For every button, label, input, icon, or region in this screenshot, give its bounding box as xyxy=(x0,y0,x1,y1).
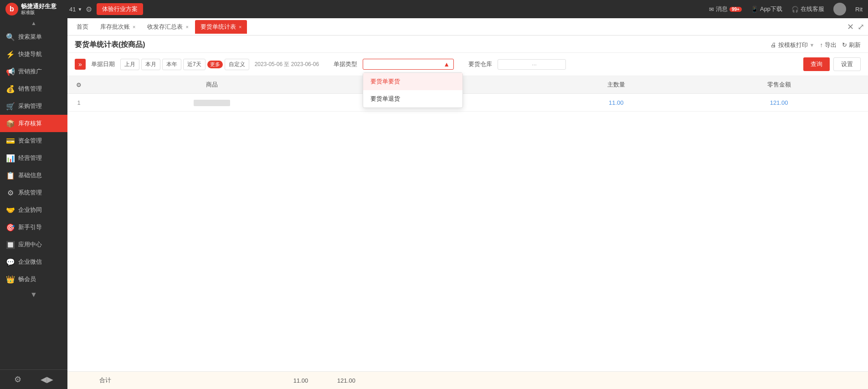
prev-month-btn[interactable]: 上月 xyxy=(120,59,139,70)
current-month-btn[interactable]: 本月 xyxy=(141,59,160,70)
chevron-down-icon: ▼ xyxy=(810,42,815,48)
col-product: 商品 xyxy=(90,76,334,94)
sidebar-item-enterprise[interactable]: 🤝 企业协同 xyxy=(0,201,67,219)
sidebar-settings-icon[interactable]: ⚙ xyxy=(14,374,21,384)
dropdown-item-return[interactable]: 要货单退货 xyxy=(363,90,462,107)
tab-expand-icon[interactable]: ⤢ xyxy=(858,22,864,32)
sidebar-item-finance[interactable]: 💳 资金管理 xyxy=(0,132,67,149)
enterprise-icon: 🤝 xyxy=(6,206,15,214)
gear-icon[interactable]: ⚙ xyxy=(86,5,92,14)
sidebar-item-label: 应用中心 xyxy=(18,241,42,249)
edition: 标准版 xyxy=(21,10,56,15)
main-layout: ▲ 🔍 搜索菜单 ⚡ 快捷导航 📢 营销推广 💰 销售管理 🛒 采购管理 📦 库… xyxy=(0,18,868,389)
user-avatar[interactable] xyxy=(833,3,846,15)
print-template-btn[interactable]: 🖨 按模板打印 ▼ xyxy=(770,41,815,49)
sidebar: ▲ 🔍 搜索菜单 ⚡ 快捷导航 📢 营销推广 💰 销售管理 🛒 采购管理 📦 库… xyxy=(0,18,67,389)
sidebar-scroll-down[interactable]: ▼ xyxy=(0,288,67,302)
date-buttons: 上月 本月 本年 近7天 更多 自定义 xyxy=(120,59,249,70)
sidebar-item-quick-nav[interactable]: ⚡ 快捷导航 xyxy=(0,46,67,63)
message-btn[interactable]: ✉ 消息 99+ xyxy=(709,5,742,13)
tab-home[interactable]: 首页 xyxy=(71,20,94,34)
amount-link[interactable]: 121.00 xyxy=(770,99,788,106)
current-year-btn[interactable]: 本年 xyxy=(162,59,181,70)
table-header-row: ⚙ 商品 主计量单位 主数量 零 xyxy=(67,76,868,94)
sidebar-item-label: 系统管理 xyxy=(18,189,42,197)
finance-icon: 💳 xyxy=(6,137,15,145)
tab-bar-right: ✕ ⤢ xyxy=(847,22,864,32)
sidebar-item-sales[interactable]: 💰 销售管理 xyxy=(0,80,67,97)
store-selector[interactable]: 41 ▼ xyxy=(69,6,82,13)
type-select-wrapper: ▲ 要货单要货 要货单退货 xyxy=(363,59,454,70)
col-quantity-label: 主数量 xyxy=(607,81,625,88)
message-icon: ✉ xyxy=(709,6,714,13)
refresh-btn[interactable]: ↻ 刷新 xyxy=(842,41,861,49)
sidebar-item-search[interactable]: 🔍 搜索菜单 xyxy=(0,28,67,46)
tab-close-icon[interactable]: × xyxy=(239,24,241,30)
last-7-days-btn[interactable]: 近7天 xyxy=(183,59,205,70)
headset-icon: 🎧 xyxy=(791,6,799,13)
date-custom-btn[interactable]: 自定义 xyxy=(225,59,249,70)
sidebar-scroll-up[interactable]: ▲ xyxy=(0,18,67,28)
sidebar-item-wechat[interactable]: 💬 企业微信 xyxy=(0,253,67,271)
tab-receivable-summary[interactable]: 收发存汇总表 × xyxy=(142,20,194,34)
sidebar-item-member[interactable]: 👑 畅会员 xyxy=(0,271,67,288)
sidebar-item-label: 搜索菜单 xyxy=(18,33,42,41)
sidebar-item-guide[interactable]: 🎯 新手引导 xyxy=(0,219,67,236)
sidebar-item-appstore[interactable]: 🔲 应用中心 xyxy=(0,236,67,253)
store-name: 41 xyxy=(69,6,76,13)
quantity-link[interactable]: 11.00 xyxy=(609,99,624,106)
sidebar-item-system[interactable]: ⚙ 系统管理 xyxy=(0,184,67,201)
sidebar-item-inventory[interactable]: 📦 库存核算 xyxy=(0,115,67,132)
quick-nav-icon: ⚡ xyxy=(6,50,15,58)
chevron-up-icon[interactable]: ▲ xyxy=(443,61,450,68)
dropdown-item-return-label: 要货单退货 xyxy=(370,95,400,102)
warehouse-select-box[interactable]: ··· xyxy=(498,59,566,70)
app-logo: b 畅捷通好生意 标准版 xyxy=(5,3,60,15)
message-label: 消息 xyxy=(716,5,728,13)
tab-order-stats[interactable]: 要货单统计表 × xyxy=(195,20,247,34)
tab-order-stats-label: 要货单统计表 xyxy=(200,23,236,31)
tab-close-icon[interactable]: × xyxy=(133,24,135,30)
page-header-actions: 🖨 按模板打印 ▼ ↑ 导出 ↻ 刷新 xyxy=(770,41,861,49)
footer-amount: 121.00 xyxy=(324,377,369,384)
date-more-badge[interactable]: 更多 xyxy=(207,61,223,68)
filter-expand-btn[interactable]: » xyxy=(75,59,86,70)
phone-icon: 📱 xyxy=(751,6,758,13)
marketing-icon: 📢 xyxy=(6,67,15,76)
footer-total-label: 合计 xyxy=(96,376,187,384)
filter-bar: » 单据日期 上月 本月 本年 近7天 更多 自定义 2023-05-06 至 … xyxy=(67,53,868,76)
refresh-label: 刷新 xyxy=(849,41,861,49)
tab-close-all-icon[interactable]: ✕ xyxy=(847,22,854,32)
column-settings-icon[interactable]: ⚙ xyxy=(76,82,82,88)
guide-icon: 🎯 xyxy=(6,223,15,231)
sidebar-collapse-icon[interactable]: ◀▶ xyxy=(41,374,53,384)
sidebar-item-basic[interactable]: 📋 基础信息 xyxy=(0,167,67,184)
tab-inventory-batch[interactable]: 库存批次账 × xyxy=(95,20,141,34)
settings-btn[interactable]: 设置 xyxy=(833,57,861,71)
chevron-down-icon: ▼ xyxy=(77,7,82,12)
col-quantity: 主数量 xyxy=(542,76,690,94)
sidebar-item-marketing[interactable]: 📢 营销推广 xyxy=(0,63,67,80)
sidebar-item-purchase[interactable]: 🛒 采购管理 xyxy=(0,97,67,115)
type-select-box[interactable]: ▲ xyxy=(363,59,454,70)
page-title: 要货单统计表(按商品) xyxy=(75,40,145,50)
purchase-icon: 🛒 xyxy=(6,102,15,110)
sidebar-item-label: 企业协同 xyxy=(18,206,42,214)
sidebar-item-label: 基础信息 xyxy=(18,171,42,179)
industry-btn[interactable]: 体验行业方案 xyxy=(97,3,143,15)
dots-icon[interactable]: ··· xyxy=(532,61,562,68)
sidebar-item-operation[interactable]: 📊 经营管理 xyxy=(0,149,67,167)
query-btn[interactable]: 查询 xyxy=(803,57,830,71)
export-btn[interactable]: ↑ 导出 xyxy=(820,41,837,49)
operation-icon: 📊 xyxy=(6,154,15,162)
tab-close-icon[interactable]: × xyxy=(185,24,188,30)
logo-icon: b xyxy=(5,3,18,15)
type-select-input[interactable] xyxy=(367,61,443,68)
dropdown-item-order[interactable]: 要货单要货 xyxy=(363,73,462,90)
online-service-btn[interactable]: 🎧 在线客服 xyxy=(791,5,824,13)
cell-quantity: 11.00 xyxy=(542,94,690,112)
date-filter-label: 单据日期 xyxy=(91,60,115,68)
cell-num: 1 xyxy=(67,94,90,112)
app-download-btn[interactable]: 📱 App下载 xyxy=(751,5,782,13)
sales-icon: 💰 xyxy=(6,85,15,93)
